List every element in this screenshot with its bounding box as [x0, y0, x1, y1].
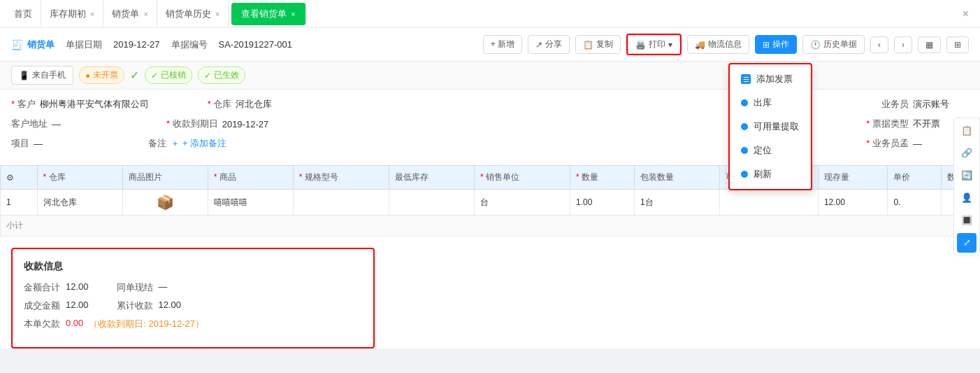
- note-label: 备注: [148, 137, 166, 150]
- status-unopened-label: 未开票: [93, 69, 118, 81]
- cell-available: [720, 190, 819, 216]
- grid2-button[interactable]: ⊞: [946, 36, 969, 53]
- payment-row-2: 成交金额 12.00 累计收款 12.00: [24, 300, 362, 312]
- dropdown-refresh[interactable]: 刷新: [730, 162, 811, 186]
- project-label: 项目: [11, 137, 29, 150]
- product-table: ⚙ 仓库 商品图片 商品 规格型号 最低库存 销售单位 数量 包装数量 可用量（…: [0, 165, 980, 237]
- available-extract-label: 可用量提取: [754, 120, 799, 133]
- due-date-value: 2019-12-27: [222, 119, 278, 129]
- table-header: ⚙ 仓库 商品图片 商品 规格型号 最低库存 销售单位 数量 包装数量 可用量（…: [1, 166, 980, 190]
- payment-row-3: 本单欠款 0.00 （收款到期日: 2019-12-27）: [24, 318, 362, 330]
- tab-view-sales[interactable]: 查看销货单 ×: [231, 3, 305, 25]
- col-pkg-qty: 包装数量: [635, 166, 720, 190]
- payment-title: 收款信息: [24, 260, 362, 273]
- copy-button[interactable]: 📋 复制: [575, 35, 621, 54]
- cell-min-stock: [389, 190, 474, 216]
- due-date-field: 收款到期日 2019-12-27: [166, 118, 278, 130]
- due-date-label: 收款到期日: [166, 118, 218, 130]
- next-button[interactable]: ›: [894, 36, 912, 53]
- tab-view-sales-label: 查看销货单: [241, 8, 287, 20]
- tab-home[interactable]: 首页: [6, 0, 41, 28]
- grid1-button[interactable]: ▦: [918, 36, 941, 53]
- print-btn-wrapper: 🖨️ 打印 ▾: [626, 34, 682, 55]
- prev-button[interactable]: ‹: [870, 36, 888, 53]
- sidebar-user-icon[interactable]: 👤: [957, 188, 977, 208]
- doc-title-icon: 🧾: [11, 39, 23, 50]
- share-icon: ↗: [535, 40, 542, 50]
- new-button[interactable]: + 新增: [483, 35, 522, 54]
- print-button[interactable]: 🖨️ 打印 ▾: [628, 35, 680, 54]
- col-min-stock: 最低库存: [389, 166, 474, 190]
- window-close-icon[interactable]: ×: [957, 8, 974, 20]
- tab-sales-order-label: 销货单: [112, 8, 139, 20]
- logistics-button[interactable]: 🚚 物流信息: [687, 35, 749, 54]
- right-sidebar: 📋 🔗 🔄 👤 🔳 ⤢: [953, 118, 980, 256]
- ops-button[interactable]: ⊞ 操作: [755, 35, 797, 54]
- from-phone-button[interactable]: 📱 来自手机: [11, 66, 73, 85]
- project-field: 项目 —: [11, 137, 89, 150]
- add-note-button[interactable]: ＋ + 添加备注: [171, 137, 226, 150]
- dropdown-available-extract[interactable]: 可用量提取: [730, 115, 811, 139]
- tab-view-sales-close[interactable]: ×: [291, 10, 295, 18]
- toolbar: + 新增 ↗ 分享 📋 复制 🖨️ 打印 ▾ 🚚 物流信息: [483, 34, 969, 55]
- payment-owed: 本单欠款 0.00 （收款到期日: 2019-12-27）: [24, 318, 204, 330]
- tab-inventory-init[interactable]: 库存期初 ×: [41, 0, 103, 28]
- sidebar-grid-icon[interactable]: 🔳: [957, 211, 977, 230]
- payment-single-settle-label: 同单现结: [117, 281, 153, 294]
- form-row-2: 客户地址 — 收款到期日 2019-12-27 票据类型 不开票: [11, 118, 969, 130]
- col-spec: 规格型号: [293, 166, 389, 190]
- doc-date-label: 单据日期: [66, 38, 102, 51]
- doc-meta: 单据日期 2019-12-27 单据编号 SA-20191227-001: [66, 38, 292, 51]
- cell-product: 嘻嘻嘻嘻: [208, 190, 293, 216]
- history-icon: 🕐: [810, 40, 821, 50]
- tab-bar-right: ×: [957, 8, 974, 20]
- note-field: 备注 ＋ + 添加备注: [148, 137, 226, 150]
- tab-sales-order-close[interactable]: ×: [143, 10, 147, 18]
- sidebar-refresh-icon[interactable]: 🔄: [957, 166, 977, 185]
- add-invoice-label: 添加发票: [756, 73, 793, 85]
- address-field: 客户地址 —: [11, 118, 108, 130]
- dropdown-add-invoice[interactable]: ☰ 添加发票: [730, 67, 811, 91]
- locate-icon: [741, 147, 748, 154]
- tab-sales-history-label: 销货单历史: [166, 8, 211, 20]
- payment-deal-label: 成交金额: [24, 300, 60, 312]
- history-button[interactable]: 🕐 历史单据: [802, 35, 865, 54]
- salesperson-label: 业务员孟: [866, 137, 909, 150]
- status-unopened-badge: ● 未开票: [79, 66, 124, 84]
- logistics-icon: 🚚: [695, 40, 705, 50]
- col-settings[interactable]: ⚙: [1, 166, 38, 190]
- warehouse-label: 仓库: [208, 98, 232, 111]
- address-value: —: [52, 119, 108, 129]
- cell-no: 1: [1, 190, 38, 216]
- status-checked-label: 已核销: [161, 69, 186, 81]
- sidebar-expand-icon[interactable]: ⤢: [957, 233, 977, 253]
- cell-image: 📦: [122, 190, 208, 216]
- payment-box: 收款信息 金额合计 12.00 同单现结 — 成交金额 12.00 累计收款 1…: [11, 248, 375, 349]
- payment-cumulative-value: 12.00: [159, 300, 182, 312]
- ops-dropdown-menu: ☰ 添加发票 出库 可用量提取 定位 刷新: [728, 63, 812, 190]
- cell-current-stock: 12.00: [818, 190, 888, 216]
- product-table-container: ⚙ 仓库 商品图片 商品 规格型号 最低库存 销售单位 数量 包装数量 可用量（…: [0, 165, 980, 237]
- cell-warehouse: 河北仓库: [37, 190, 122, 216]
- check-icon: ✓: [151, 71, 158, 80]
- dropdown-outbound[interactable]: 出库: [730, 91, 811, 115]
- tab-sales-order[interactable]: 销货单 ×: [103, 0, 157, 28]
- add-note-label: + 添加备注: [182, 137, 226, 150]
- project-value: —: [34, 139, 89, 149]
- col-image: 商品图片: [122, 166, 208, 190]
- ops-label: 操作: [772, 38, 789, 50]
- cell-unit-price: 0.: [888, 190, 942, 216]
- tab-inventory-init-close[interactable]: ×: [90, 10, 94, 18]
- form-section: 客户 柳州粤港平安气体有限公司 仓库 河北仓库 业务员 演示账号 客户地址 — …: [0, 90, 980, 165]
- sidebar-doc-icon[interactable]: 📋: [957, 121, 977, 141]
- ticket-type-label: 票据类型: [866, 118, 909, 130]
- address-label: 客户地址: [11, 118, 48, 130]
- payment-total-value: 12.00: [66, 281, 89, 294]
- dropdown-locate[interactable]: 定位: [730, 139, 811, 162]
- sidebar-link-icon[interactable]: 🔗: [957, 143, 977, 163]
- tab-sales-history[interactable]: 销货单历史 ×: [157, 0, 229, 28]
- grid2-icon: ⊞: [954, 40, 961, 50]
- cell-qty: 1.00: [570, 190, 634, 216]
- tab-sales-history-close[interactable]: ×: [215, 10, 219, 18]
- share-button[interactable]: ↗ 分享: [528, 35, 570, 54]
